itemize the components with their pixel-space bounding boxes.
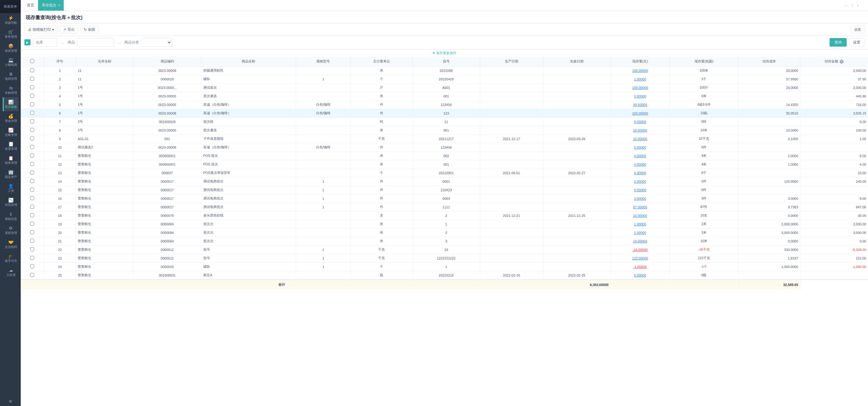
sidebar-item-report[interactable]: 📈总账管理 <box>3 125 18 139</box>
sidebar-search-area[interactable]: 搜索菜单 <box>0 0 21 13</box>
row-qty-main[interactable]: 10.00000 <box>610 211 670 220</box>
footer-qty-total: 6,302.60000 <box>543 280 610 289</box>
active-tab[interactable]: 库存批次 × <box>38 0 64 11</box>
row-qty-main[interactable]: 0.00000 <box>610 92 670 101</box>
row-checkbox[interactable] <box>21 126 44 135</box>
row-checkbox[interactable] <box>21 135 44 143</box>
sidebar-item-basic[interactable]: ℹ基础信息 <box>3 209 18 223</box>
reset-button[interactable]: 设置 <box>849 38 864 46</box>
row-checkbox[interactable] <box>21 186 44 194</box>
print-button[interactable]: 🖨 按模板打印 ▾ <box>24 26 57 34</box>
close-tab-button[interactable]: × <box>58 4 60 7</box>
row-no: 12 <box>44 160 75 169</box>
row-qty-main[interactable]: 100.00000 <box>610 109 670 117</box>
refresh-button[interactable]: ↻ 刷新 <box>81 26 99 34</box>
row-checkbox[interactable] <box>21 220 44 229</box>
row-qty-main[interactable]: 4.00000 <box>610 160 670 169</box>
sidebar-item-tax[interactable]: 📋税务管理 <box>3 153 18 167</box>
row-qty-main[interactable]: 4.00000 <box>610 152 670 160</box>
row-checkbox[interactable] <box>21 75 44 83</box>
sidebar-item-collab[interactable]: 🤝企业协同 <box>3 237 18 251</box>
row-checkbox[interactable] <box>21 254 44 263</box>
row-qty-main[interactable]: 87.00000 <box>610 203 670 211</box>
maximize-button[interactable]: □ <box>849 2 855 8</box>
row-qty-main[interactable]: 1.00000 <box>610 229 670 237</box>
home-tab[interactable]: 首页 <box>23 0 38 11</box>
table-row: 7 2号 001000026 批次框 吨 11 0.00000 0吨 0.00 <box>21 117 868 126</box>
row-checkbox[interactable] <box>21 160 44 169</box>
sidebar-item-finance[interactable]: 💰资金管理 <box>3 111 18 125</box>
sidebar-item-cloud[interactable]: ☁云应用 <box>3 265 18 279</box>
row-qty-main[interactable]: 1.00000 <box>610 220 670 229</box>
row-checkbox[interactable] <box>21 101 44 109</box>
sidebar-item-purchase[interactable]: 🛍采购管理 <box>3 83 18 97</box>
window-close-button[interactable]: × <box>855 2 861 8</box>
sidebar-item-asset[interactable]: 🏢固定资产 <box>3 167 18 181</box>
product-filter-input[interactable] <box>78 38 114 46</box>
sidebar-item-hr[interactable]: 👤工资 <box>3 181 18 195</box>
sidebar-item-retail[interactable]: 🛒零售管理 <box>3 27 18 41</box>
export-button[interactable]: ↗ 导出 <box>60 26 78 34</box>
row-unit: 支 <box>351 211 412 220</box>
row-qty-main[interactable]: 3.00000 <box>610 194 670 203</box>
row-checkbox[interactable] <box>21 83 44 92</box>
total-cost-info-icon[interactable]: i <box>840 60 844 64</box>
row-qty-main[interactable]: 1.00000 <box>610 75 670 83</box>
row-checkbox[interactable] <box>21 143 44 152</box>
row-qty-main[interactable]: 122.00000 <box>610 254 670 263</box>
expand-more-button[interactable]: ▼ 展开更多条件 <box>432 51 457 56</box>
row-qty-main[interactable]: 49.60000 <box>610 101 670 109</box>
row-qty-main[interactable]: 0.00000 <box>610 271 670 280</box>
settings-button[interactable]: 设置 <box>851 26 864 34</box>
sidebar-item-ecommerce[interactable]: 🖥电商管理 <box>3 69 18 83</box>
table-row: 15 蕾蕾粮仓 0000017 测试电商批次 1 件 210423 0.0000… <box>21 186 868 194</box>
row-checkbox[interactable] <box>21 245 44 254</box>
search-menu-button[interactable]: 搜索菜单 <box>0 2 21 11</box>
row-qty-main[interactable]: 10.00000 <box>610 126 670 135</box>
row-checkbox[interactable] <box>21 194 44 203</box>
row-checkbox[interactable] <box>21 271 44 280</box>
row-qty-main[interactable]: -1.00000 <box>610 263 670 271</box>
row-checkbox[interactable] <box>21 117 44 126</box>
select-all-checkbox[interactable] <box>30 59 34 63</box>
row-qty-main[interactable]: 0.00000 <box>610 143 670 152</box>
row-checkbox[interactable] <box>21 229 44 237</box>
sidebar-item-inventory[interactable]: 📊库存核账 <box>3 97 18 111</box>
row-checkbox[interactable] <box>21 203 44 211</box>
sidebar-item-system[interactable]: ⚙系统管理 <box>3 223 18 237</box>
col-checkbox[interactable] <box>21 57 44 66</box>
row-qty-main[interactable]: 0.00000 <box>610 117 670 126</box>
row-checkbox[interactable] <box>21 177 44 186</box>
row-checkbox[interactable] <box>21 211 44 220</box>
warehouse-filter-input[interactable] <box>33 38 57 46</box>
row-batch: 11 <box>412 117 480 126</box>
row-qty-main[interactable]: 10.00000 <box>610 135 670 143</box>
row-checkbox[interactable] <box>21 263 44 271</box>
sidebar-item-invoice[interactable]: 🧾发票管理 <box>3 139 18 153</box>
sidebar-settings-button[interactable]: ⚙ <box>0 397 21 406</box>
minimize-button[interactable]: ─ <box>843 2 849 8</box>
row-checkbox[interactable] <box>21 109 44 117</box>
search-button[interactable]: 查询 <box>830 38 847 46</box>
row-checkbox[interactable] <box>21 92 44 101</box>
sidebar-item-guide[interactable]: 🎓新手引导 <box>3 251 18 265</box>
row-checkbox[interactable] <box>21 152 44 160</box>
row-qty-main[interactable]: 2.00000 <box>610 177 670 186</box>
row-checkbox[interactable] <box>21 169 44 177</box>
sidebar-item-ecommerce-small[interactable]: 💻小额电商 <box>3 55 18 69</box>
row-qty-main[interactable]: 10.00000 <box>610 237 670 245</box>
row-qty-main[interactable]: 100.00000 <box>610 83 670 92</box>
row-qty-main[interactable]: 0.00000 <box>610 169 670 177</box>
row-qty-main[interactable]: 0.00000 <box>610 186 670 194</box>
row-qty-main[interactable]: -16.00000 <box>610 245 670 254</box>
row-batch: 123456 <box>412 101 480 109</box>
sidebar-item-quick-nav[interactable]: ⚡快捷导航 <box>3 13 18 27</box>
filter-expand-button[interactable]: ▶ <box>24 39 30 45</box>
row-checkbox[interactable] <box>21 237 44 245</box>
sidebar-item-wholesale[interactable]: 📦批发管理 <box>3 41 18 55</box>
row-qty-main[interactable]: 100.00000 <box>610 66 670 75</box>
sidebar-item-biz[interactable]: 📉经营管理 <box>3 195 18 209</box>
category-filter-select[interactable] <box>142 38 172 46</box>
row-product-code: 0000084 <box>133 229 201 237</box>
row-checkbox[interactable] <box>21 66 44 75</box>
